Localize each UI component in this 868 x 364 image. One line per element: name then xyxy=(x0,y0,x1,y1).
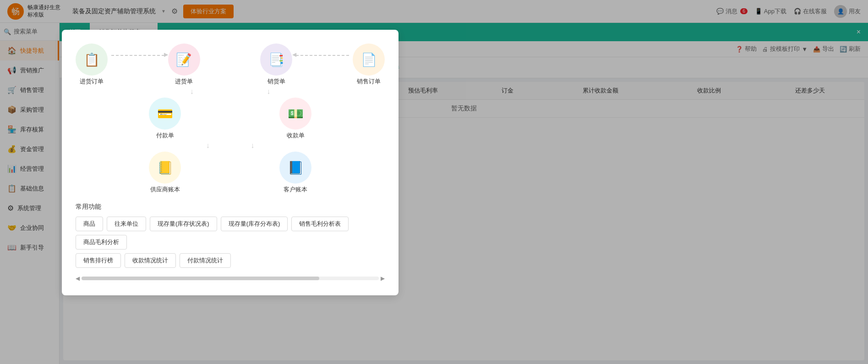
flow-node-purchase-order[interactable]: 📋 进货订单 xyxy=(76,43,108,86)
customer-ledger-icon: 📘 xyxy=(279,152,311,184)
purchase-order-label: 进货订单 xyxy=(80,77,104,86)
func-btn-payment-stat[interactable]: 付款情况统计 xyxy=(180,253,231,268)
func-btn-stock-status[interactable]: 现存量(库存状况表) xyxy=(150,217,217,231)
func-buttons-row2: 销售排行榜 收款情况统计 付款情况统计 xyxy=(76,253,385,268)
app-wrapper: 畅 畅康通好生意 标准版 装备及固定资产辅助管理系统 ▼ ⚙ 体验行业方案 💬 … xyxy=(0,0,868,364)
down-arrow-receipt: ↓ xyxy=(251,141,254,150)
sales-order-icon: 📄 xyxy=(353,43,385,76)
customer-ledger-label: 客户账本 xyxy=(284,185,307,194)
scrollbar-track[interactable] xyxy=(82,277,379,280)
purchase-order-icon: 📋 xyxy=(76,43,108,76)
dashed-arrow-1 xyxy=(111,55,164,56)
payment-bill-icon: 💳 xyxy=(149,98,181,130)
dashed-arrow-2 xyxy=(296,55,349,56)
sales-bill-label: 销货单 xyxy=(267,77,285,86)
flow-diagram: 📋 进货订单 📝 进货单 📑 xyxy=(76,43,385,194)
common-func-title: 常用功能 xyxy=(76,203,385,211)
payment-bill-label: 付款单 xyxy=(156,131,174,140)
func-btn-sales-rank[interactable]: 销售排行榜 xyxy=(76,253,121,268)
common-functions-section: 常用功能 商品 往来单位 现存量(库存状况表) 现存量(库存分布表) 销售毛利分… xyxy=(76,203,385,268)
arrow-sales-order-to-bill xyxy=(292,55,353,74)
receipt-bill-icon: 💵 xyxy=(279,98,311,130)
func-btn-stock-dist[interactable]: 现存量(库存分布表) xyxy=(221,217,288,231)
down-arrow-purchase: ↓ xyxy=(190,87,194,96)
arrow-purchase-to-bill xyxy=(108,55,168,74)
flow-node-receipt-bill[interactable]: 💵 收款单 xyxy=(279,98,311,140)
flow-node-purchase-bill[interactable]: 📝 进货单 xyxy=(168,43,200,86)
quick-nav-modal: 📋 进货订单 📝 进货单 📑 xyxy=(62,30,399,295)
func-buttons-row: 商品 往来单位 现存量(库存状况表) 现存量(库存分布表) 销售毛利分析表 商品… xyxy=(76,217,385,250)
scroll-right-icon[interactable]: ▶ xyxy=(381,275,385,282)
func-btn-sales-profit[interactable]: 销售毛利分析表 xyxy=(291,217,349,231)
receipt-bill-label: 收款单 xyxy=(287,131,305,140)
func-btn-goods[interactable]: 商品 xyxy=(76,217,103,231)
down-arrow-sales: ↓ xyxy=(267,87,270,96)
down-arrow-payment: ↓ xyxy=(206,141,210,150)
func-btn-goods-profit[interactable]: 商品毛利分析 xyxy=(76,235,127,250)
flow-node-payment-bill[interactable]: 💳 付款单 xyxy=(149,98,181,140)
flow-node-sales-order[interactable]: 📄 销售订单 xyxy=(353,43,385,86)
scroll-left-icon[interactable]: ◀ xyxy=(76,275,80,282)
purchase-bill-icon: 📝 xyxy=(168,43,200,76)
modal-scrollbar: ◀ ▶ xyxy=(76,275,385,282)
scrollbar-thumb[interactable] xyxy=(82,277,319,280)
sales-bill-icon: 📑 xyxy=(260,43,292,76)
flow-node-customer-ledger[interactable]: 📘 客户账本 xyxy=(279,152,311,194)
purchase-bill-label: 进货单 xyxy=(175,77,193,86)
func-btn-partner[interactable]: 往来单位 xyxy=(107,217,146,231)
sales-order-label: 销售订单 xyxy=(357,77,381,86)
flow-node-supplier-ledger[interactable]: 📒 供应商账本 xyxy=(149,152,181,194)
func-btn-receipt-stat[interactable]: 收款情况统计 xyxy=(125,253,176,268)
flow-node-sales-bill[interactable]: 📑 销货单 xyxy=(260,43,292,86)
supplier-ledger-icon: 📒 xyxy=(149,152,181,184)
supplier-ledger-label: 供应商账本 xyxy=(150,185,180,194)
